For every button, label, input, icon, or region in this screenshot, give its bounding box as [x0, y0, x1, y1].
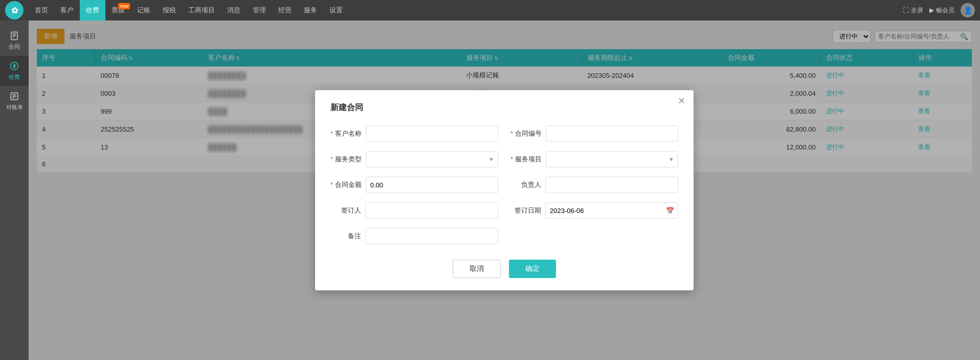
form-row-5: 备注 — [330, 228, 678, 244]
app-logo: ✿ — [5, 1, 24, 19]
customer-name-input[interactable] — [366, 125, 498, 142]
service-type-group: 服务类型 ▼ — [330, 151, 498, 167]
new-contract-modal: 新建合同 ✕ 客户名称 合同编号 服务类型 ▼ — [315, 90, 694, 290]
nav-right: ⛶ 全屏 ▶ 畅会员 👤 — [903, 3, 975, 17]
service-type-label: 服务类型 — [330, 155, 362, 164]
sign-date-group: 签订日期 📅 — [510, 202, 678, 219]
contract-amount-label: 合同金额 — [330, 180, 362, 189]
contract-no-label: 合同编号 — [510, 129, 542, 138]
form-row-4: 签订人 签订日期 📅 — [330, 202, 678, 219]
new-badge: new — [118, 3, 130, 9]
service-item-select[interactable] — [546, 151, 678, 167]
sidebar-item-fee[interactable]: 收费 — [0, 56, 29, 86]
member-icon: ▶ — [929, 7, 934, 14]
modal-close-button[interactable]: ✕ — [678, 96, 685, 105]
avatar-icon: 👤 — [964, 6, 972, 14]
contract-amount-input[interactable] — [366, 177, 498, 193]
member-button[interactable]: ▶ 畅会员 — [929, 6, 954, 15]
responsible-label: 负责人 — [510, 180, 541, 189]
service-type-select[interactable] — [366, 151, 498, 167]
sign-date-wrap: 📅 — [545, 202, 678, 219]
nav-item-settings[interactable]: 设置 — [323, 0, 349, 20]
sidebar-item-statement[interactable]: 对账单 — [0, 86, 29, 116]
service-item-group: 服务项目 ▼ — [510, 151, 678, 167]
modal-title: 新建合同 — [330, 102, 678, 113]
statement-icon — [9, 91, 19, 101]
nav-item-manage[interactable]: 管理 — [247, 0, 272, 20]
contract-icon — [9, 31, 19, 41]
service-item-label: 服务项目 — [510, 155, 542, 164]
service-type-select-wrap: ▼ — [366, 151, 498, 167]
customer-name-group: 客户名称 — [330, 125, 498, 142]
signer-input[interactable] — [365, 202, 498, 219]
responsible-input[interactable] — [545, 177, 678, 193]
remark-input[interactable] — [365, 228, 498, 244]
customer-name-label: 客户名称 — [330, 129, 362, 138]
form-row-1: 客户名称 合同编号 — [330, 125, 678, 142]
form-row-3: 合同金额 负责人 — [330, 177, 678, 193]
responsible-group: 负责人 — [510, 177, 678, 193]
nav-item-accounting[interactable]: 记账 — [131, 0, 157, 20]
nav-item-service[interactable]: 服务 — [298, 0, 323, 20]
nav-item-tax[interactable]: 报税 — [157, 0, 182, 20]
nav-item-fee[interactable]: 收费 — [80, 0, 105, 20]
sidebar: 合同 收费 对账单 — [0, 20, 29, 360]
sidebar-item-contract[interactable]: 合同 — [0, 26, 29, 56]
top-navigation: ✿ 首页 客户 收费 票据 new 记账 报税 工商项目 消息 管理 经营 服务… — [0, 0, 980, 20]
fullscreen-button[interactable]: ⛶ 全屏 — [903, 6, 923, 15]
cancel-button[interactable]: 取消 — [453, 260, 501, 278]
signer-group: 签订人 — [330, 202, 498, 219]
remark-label: 备注 — [330, 231, 361, 241]
fee-icon — [9, 61, 19, 71]
form-row-2: 服务类型 ▼ 服务项目 ▼ — [330, 151, 678, 167]
sign-date-input[interactable] — [545, 202, 678, 219]
contract-no-group: 合同编号 — [510, 125, 678, 142]
modal-overlay: 新建合同 ✕ 客户名称 合同编号 服务类型 ▼ — [29, 20, 980, 360]
nav-item-home[interactable]: 首页 — [29, 0, 54, 20]
nav-item-message[interactable]: 消息 — [221, 0, 247, 20]
nav-item-customer[interactable]: 客户 — [54, 0, 80, 20]
sign-date-label: 签订日期 — [510, 206, 541, 215]
service-item-select-wrap: ▼ — [546, 151, 678, 167]
nav-item-operation[interactable]: 经营 — [272, 0, 298, 20]
fullscreen-icon: ⛶ — [903, 7, 909, 14]
nav-item-invoice[interactable]: 票据 new — [105, 0, 131, 20]
contract-amount-group: 合同金额 — [330, 177, 498, 193]
signer-label: 签订人 — [330, 206, 361, 215]
contract-no-input[interactable] — [546, 125, 678, 142]
nav-item-business[interactable]: 工商项目 — [182, 0, 221, 20]
confirm-button[interactable]: 确定 — [509, 260, 556, 278]
modal-footer: 取消 确定 — [330, 260, 678, 278]
remark-group: 备注 — [330, 228, 498, 244]
avatar[interactable]: 👤 — [961, 3, 975, 17]
